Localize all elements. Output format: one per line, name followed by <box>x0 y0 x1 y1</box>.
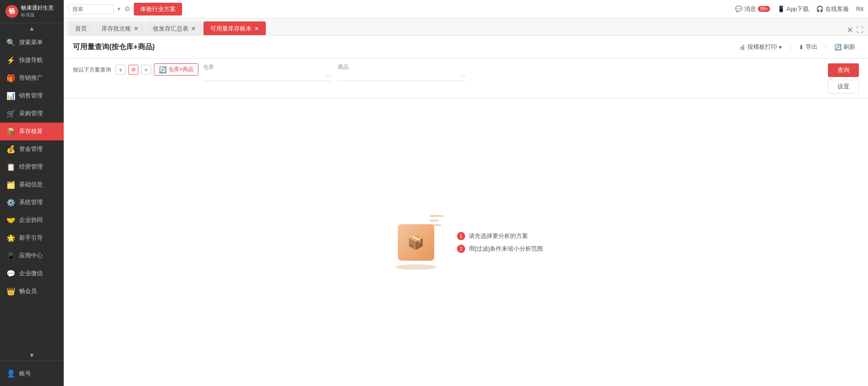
tabbar: 首页 库存批次账 ✕ 收发存汇总表 ✕ 可用量库存账本 ✕ ✕ ⛶ <box>64 18 868 36</box>
sidebar-bottom: 👤 账号 <box>0 360 64 386</box>
solution-button[interactable]: 体验行业方案 <box>134 3 182 15</box>
sidebar-item-sales[interactable]: 📊销售管理 <box>0 87 64 105</box>
sidebar-item-finance[interactable]: 💰资金管理 <box>0 140 64 158</box>
message-button[interactable]: 💬 消息 99+ <box>735 5 770 13</box>
empty-tips: 1 请先选择要分析的方案 2 用[过滤]条件来缩小分析范围 <box>457 232 543 253</box>
marketing-icon: 🎁 <box>6 74 15 82</box>
sidebar-item-system[interactable]: ⚙️系统管理 <box>0 194 64 211</box>
main-area: ▾ ⚙ 体验行业方案 💬 消息 99+ 📱 App下载 🎧 在线客服 Rit <box>64 0 868 386</box>
inventory-icon: 📦 <box>6 127 15 136</box>
scheme-warehouse-product[interactable]: 🔄 仓库+商品 <box>154 63 198 76</box>
page-content: 可用量查询(按仓库+商品) 🖨 按模板打印 ▾ ⬇ 导出 🔄 刷新 <box>64 36 868 386</box>
app-badge: 标准版 <box>21 12 54 18</box>
sidebar-item-member[interactable]: 👑畅会员 <box>0 283 64 300</box>
warehouse-filter-field: 仓库 ··· <box>203 63 330 81</box>
topbar: ▾ ⚙ 体验行业方案 💬 消息 99+ 📱 App下载 🎧 在线客服 Rit <box>64 0 868 18</box>
purchase-icon: 🛒 <box>6 109 15 118</box>
print-dropdown-icon: ▾ <box>779 44 782 51</box>
sidebar-item-wechat[interactable]: 💬企业微信 <box>0 265 64 283</box>
tab-close-available[interactable]: ✕ <box>254 26 259 32</box>
dropdown-arrow-icon[interactable]: ▾ <box>117 5 121 12</box>
empty-tip-2: 2 用[过滤]条件来缩小分析范围 <box>457 245 543 253</box>
message-icon: 💬 <box>735 5 742 12</box>
apps-icon: 📱 <box>6 252 15 260</box>
search-icon: 🔍 <box>6 38 15 47</box>
profile-icon: 👤 <box>6 369 15 378</box>
sidebar-item-profile[interactable]: 👤 账号 <box>0 365 64 382</box>
finance-icon: 💰 <box>6 145 15 154</box>
enterprise-icon: 🤝 <box>6 216 15 225</box>
tab-available[interactable]: 可用量库存账本 ✕ <box>203 21 266 35</box>
empty-state: 📦 1 请先选择要分析的方案 2 用[过滤]条件来缩小分析范围 <box>64 98 868 386</box>
tab-summary[interactable]: 收发存汇总表 ✕ <box>146 21 203 35</box>
refresh-button[interactable]: 🔄 刷新 <box>831 41 859 53</box>
query-button[interactable]: 查询 <box>828 63 859 77</box>
export-button[interactable]: ⬇ 导出 <box>795 41 821 53</box>
sidebar-item-basic[interactable]: 🗂️基础信息 <box>0 176 64 194</box>
sales-icon: 📊 <box>6 92 15 100</box>
filter-area: 按以下方案查询 + ⚙ « 🔄 仓库+商品 仓库 ··· <box>64 59 868 98</box>
filter-schemes: + ⚙ « 🔄 仓库+商品 <box>116 63 198 76</box>
tab-close-batch[interactable]: ✕ <box>134 26 138 32</box>
shortcut-icon: ⚡ <box>6 56 15 65</box>
collapse-scheme-button[interactable]: « <box>141 65 151 75</box>
filter-actions: 查询 设置 <box>828 63 859 93</box>
sidebar-item-shortcut[interactable]: ⚡快捷导航 <box>0 51 64 69</box>
sidebar-item-enterprise[interactable]: 🤝企业协同 <box>0 211 64 229</box>
warehouse-input[interactable] <box>203 72 324 79</box>
wechat-icon: 💬 <box>6 269 15 278</box>
expand-tab-button[interactable]: ⛶ <box>856 26 863 34</box>
close-tab-button[interactable]: ✕ <box>847 25 853 35</box>
page-header: 可用量查询(按仓库+商品) 🖨 按模板打印 ▾ ⬇ 导出 🔄 刷新 <box>64 36 868 59</box>
sidebar-item-purchase[interactable]: 🛒采购管理 <box>0 105 64 123</box>
app-name: 畅康通好生意 <box>21 5 54 12</box>
app-download-button[interactable]: 📱 App下载 <box>777 5 809 13</box>
empty-tip-1: 1 请先选择要分析的方案 <box>457 232 543 240</box>
gear-icon[interactable]: ⚙ <box>124 5 130 13</box>
export-icon: ⬇ <box>799 44 804 51</box>
config-scheme-button[interactable]: ⚙ <box>128 65 138 75</box>
message-badge: 99+ <box>758 6 770 12</box>
search-input[interactable] <box>68 4 114 14</box>
product-filter-field: 商品 ··· <box>338 63 465 81</box>
online-service-button[interactable]: 🎧 在线客服 <box>816 5 849 13</box>
basic-icon: 🗂️ <box>6 180 15 189</box>
tab-home[interactable]: 首页 <box>68 21 94 35</box>
guide-icon: 🌟 <box>6 234 15 242</box>
sidebar-item-marketing[interactable]: 🎁营销推广 <box>0 69 64 87</box>
operation-icon: 📋 <box>6 163 15 171</box>
product-input[interactable] <box>338 72 459 79</box>
divider2 <box>826 43 826 51</box>
sidebar: 畅 畅康通好生意 标准版 ▲ 🔍搜索菜单⚡快捷导航🎁营销推广📊销售管理🛒采购管理… <box>0 0 64 386</box>
sidebar-scroll-down[interactable]: ▼ <box>0 350 64 360</box>
print-icon: 🖨 <box>740 44 746 51</box>
phone-icon: 📱 <box>777 5 785 12</box>
sidebar-logo: 畅 畅康通好生意 标准版 <box>0 0 64 23</box>
sidebar-nav: 🔍搜索菜单⚡快捷导航🎁营销推广📊销售管理🛒采购管理📦库存核算💰资金管理📋经营管理… <box>0 34 64 350</box>
sidebar-item-search[interactable]: 🔍搜索菜单 <box>0 34 64 51</box>
empty-illustration: 📦 <box>389 215 443 270</box>
sidebar-scroll-up[interactable]: ▲ <box>0 23 64 34</box>
refresh-icon: 🔄 <box>834 44 842 51</box>
product-more-button[interactable]: ··· <box>461 72 465 79</box>
filter-fields: 仓库 ··· 商品 ··· <box>203 63 823 81</box>
sidebar-item-operation[interactable]: 📋经营管理 <box>0 158 64 176</box>
warehouse-more-button[interactable]: ··· <box>326 72 330 79</box>
user-menu[interactable]: Rit <box>856 5 863 12</box>
logo-icon: 畅 <box>5 5 18 18</box>
sidebar-item-inventory[interactable]: 📦库存核算 <box>0 123 64 140</box>
sidebar-item-apps[interactable]: 📱应用中心 <box>0 247 64 265</box>
settings-button[interactable]: 设置 <box>828 80 859 93</box>
system-icon: ⚙️ <box>6 198 15 207</box>
member-icon: 👑 <box>6 287 15 296</box>
page-title: 可用量查询(按仓库+商品) <box>73 42 155 52</box>
sidebar-item-guide[interactable]: 🌟新手引导 <box>0 229 64 247</box>
tab-close-summary[interactable]: ✕ <box>191 26 196 32</box>
add-scheme-button[interactable]: + <box>116 65 126 75</box>
divider <box>790 43 791 51</box>
scheme-icon: 🔄 <box>159 66 167 73</box>
tab-batch[interactable]: 库存批次账 ✕ <box>95 21 145 35</box>
headset-icon: 🎧 <box>816 5 823 12</box>
print-template-button[interactable]: 🖨 按模板打印 ▾ <box>736 41 786 53</box>
filter-label: 按以下方案查询 <box>73 66 111 74</box>
